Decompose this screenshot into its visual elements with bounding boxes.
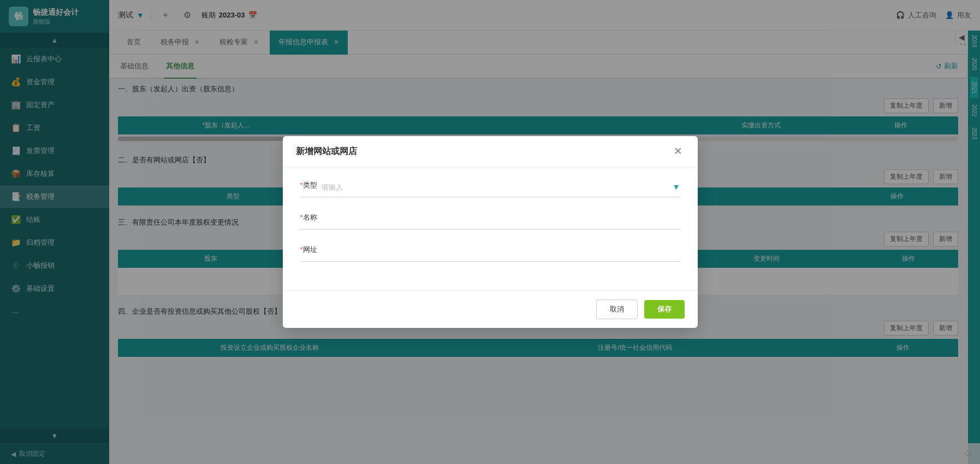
modal-body: *类型 ▼ *名称	[283, 167, 698, 290]
save-button[interactable]: 保存	[644, 300, 685, 319]
type-input[interactable]	[322, 181, 673, 193]
url-input[interactable]	[322, 245, 680, 258]
modal-header: 新增网站或网店 ✕	[283, 136, 698, 167]
form-field-type: *类型 ▼	[300, 180, 680, 197]
type-dropdown-arrow[interactable]: ▼	[673, 183, 680, 191]
name-input-row: *名称	[300, 213, 680, 230]
url-input-row: *网址	[300, 245, 680, 262]
type-label: *类型	[300, 180, 317, 190]
modal-close-button[interactable]: ✕	[672, 145, 685, 158]
modal-footer: 取消 保存	[283, 290, 698, 328]
modal-overlay: 新增网站或网店 ✕ *类型 ▼ *名称	[0, 0, 980, 464]
name-input[interactable]	[322, 213, 680, 226]
modal-title: 新增网站或网店	[296, 146, 357, 157]
url-label: *网址	[300, 245, 317, 255]
cancel-button[interactable]: 取消	[596, 299, 638, 319]
modal-add-website: 新增网站或网店 ✕ *类型 ▼ *名称	[283, 136, 698, 328]
type-input-row: *类型 ▼	[300, 180, 680, 197]
form-field-url: *网址	[300, 245, 680, 262]
name-label: *名称	[300, 213, 317, 222]
form-field-name: *名称	[300, 213, 680, 230]
